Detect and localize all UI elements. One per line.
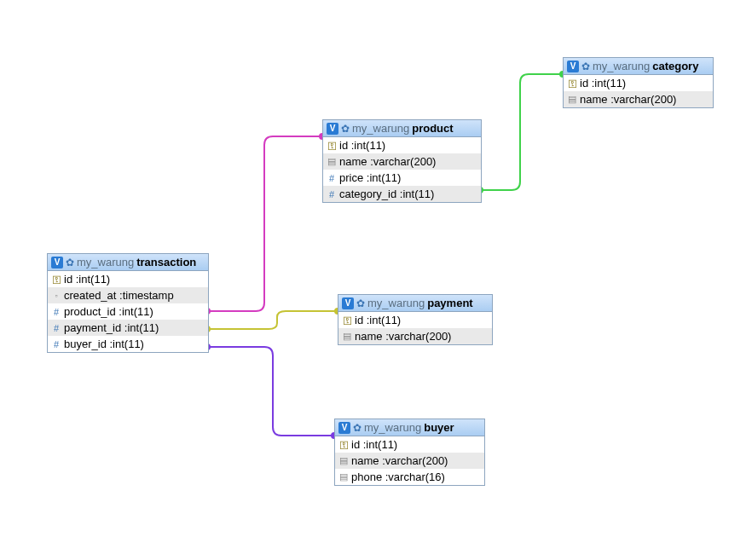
table-header[interactable]: V ✿ my_warung product (323, 120, 481, 137)
column-row: ⚿id :int(11) (323, 137, 481, 153)
view-icon: V (327, 123, 338, 135)
gear-icon[interactable]: ✿ (341, 124, 350, 134)
column-label: created_at :timestamp (64, 289, 174, 302)
column-row: ▫created_at :timestamp (48, 287, 208, 303)
table-product[interactable]: V ✿ my_warung product ⚿id :int(11) ▤name… (322, 119, 482, 203)
doc-icon: ▤ (338, 471, 349, 482)
column-row: #price :int(11) (323, 170, 481, 186)
doc-icon: ▤ (338, 455, 349, 466)
table-header[interactable]: V ✿ my_warung buyer (335, 419, 484, 436)
timestamp-icon: ▫ (51, 292, 61, 300)
doc-icon: ▤ (327, 156, 337, 167)
column-label: name :varchar(200) (580, 93, 676, 106)
gear-icon[interactable]: ✿ (356, 298, 365, 309)
table-payment[interactable]: V ✿ my_warung payment ⚿id :int(11) ▤name… (338, 294, 493, 345)
hash-icon: # (51, 307, 61, 317)
column-label: id :int(11) (355, 314, 401, 326)
table-name: transaction (136, 256, 196, 268)
hash-icon: # (327, 189, 337, 199)
column-row: ▤name :varchar(200) (338, 328, 492, 344)
column-label: price :int(11) (339, 171, 401, 184)
column-row: ⚿id :int(11) (338, 312, 492, 328)
table-header[interactable]: V ✿ my_warung transaction (48, 254, 208, 271)
table-name: payment (427, 297, 472, 309)
column-row: #payment_id :int(11) (48, 320, 208, 336)
key-icon: ⚿ (51, 274, 61, 285)
hash-icon: # (51, 323, 61, 333)
gear-icon[interactable]: ✿ (353, 423, 362, 433)
table-transaction[interactable]: V ✿ my_warung transaction ⚿id :int(11) ▫… (47, 253, 209, 353)
doc-icon: ▤ (567, 94, 577, 105)
column-label: id :int(11) (351, 438, 397, 451)
column-label: id :int(11) (339, 139, 385, 152)
gear-icon[interactable]: ✿ (66, 257, 74, 268)
column-label: buyer_id :int(11) (64, 338, 144, 350)
schema-label: my_warung (77, 256, 134, 268)
column-row: ⚿id :int(11) (564, 75, 713, 91)
column-row: #product_id :int(11) (48, 303, 208, 320)
column-label: product_id :int(11) (64, 305, 153, 318)
column-label: payment_id :int(11) (64, 321, 159, 334)
table-buyer[interactable]: V ✿ my_warung buyer ⚿id :int(11) ▤name :… (334, 419, 485, 486)
column-row: #buyer_id :int(11) (48, 336, 208, 352)
column-label: name :varchar(200) (339, 155, 436, 168)
doc-icon: ▤ (342, 331, 352, 342)
column-row: ▤phone :varchar(16) (335, 469, 484, 485)
key-icon: ⚿ (338, 440, 349, 450)
schema-label: my_warung (352, 122, 409, 135)
column-row: #category_id :int(11) (323, 186, 481, 202)
column-row: ⚿id :int(11) (48, 271, 208, 287)
column-row: ⚿id :int(11) (335, 436, 484, 453)
column-label: name :varchar(200) (355, 330, 451, 343)
schema-label: my_warung (364, 421, 421, 434)
key-icon: ⚿ (567, 78, 577, 89)
view-icon: V (338, 422, 350, 434)
column-row: ▤name :varchar(200) (335, 453, 484, 469)
table-name: category (652, 60, 698, 72)
key-icon: ⚿ (327, 141, 337, 151)
column-label: phone :varchar(16) (351, 471, 445, 483)
table-header[interactable]: V ✿ my_warung category (564, 58, 713, 75)
column-row: ▤name :varchar(200) (323, 153, 481, 170)
hash-icon: # (327, 173, 337, 183)
key-icon: ⚿ (342, 315, 352, 326)
view-icon: V (51, 257, 63, 268)
schema-label: my_warung (367, 297, 425, 309)
column-label: name :varchar(200) (351, 454, 448, 467)
hash-icon: # (51, 339, 61, 349)
table-category[interactable]: V ✿ my_warung category ⚿id :int(11) ▤nam… (563, 57, 714, 108)
table-header[interactable]: V ✿ my_warung payment (338, 295, 492, 312)
column-label: id :int(11) (580, 77, 626, 89)
view-icon: V (567, 61, 579, 72)
view-icon: V (342, 297, 354, 309)
gear-icon[interactable]: ✿ (581, 61, 590, 72)
column-row: ▤name :varchar(200) (564, 91, 713, 107)
column-label: id :int(11) (64, 273, 110, 286)
column-label: category_id :int(11) (339, 188, 434, 200)
table-name: buyer (424, 421, 454, 434)
table-name: product (412, 122, 453, 135)
schema-label: my_warung (593, 60, 650, 72)
